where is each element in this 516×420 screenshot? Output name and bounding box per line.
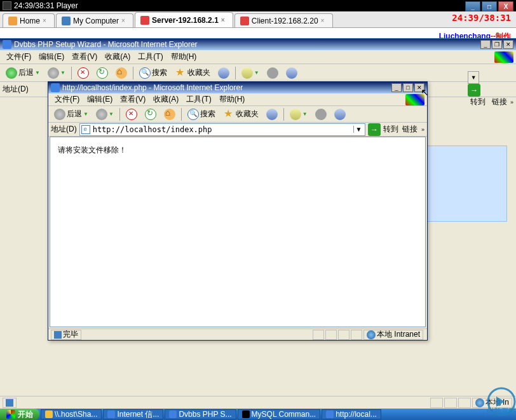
favorites-button[interactable]: 收藏夹 — [220, 107, 262, 121]
menu-edit[interactable]: 编辑(E) — [83, 93, 116, 106]
menu-tools[interactable]: 工具(T) — [182, 93, 215, 106]
minimize-button[interactable]: _ — [391, 83, 402, 92]
svg-text:创新互联: 创新互联 — [487, 407, 516, 416]
history-icon — [266, 109, 278, 120]
taskbar-item[interactable]: Internet 信... — [103, 409, 163, 419]
search-icon — [139, 67, 151, 79]
overlay-timestamp: 24:39/38:31 — [452, 13, 511, 23]
back-button[interactable]: 后退▼ — [51, 107, 92, 121]
status-segment — [458, 398, 471, 408]
refresh-icon — [145, 109, 156, 120]
player-title: 24:39/38:31 Player — [14, 1, 78, 10]
vm-tab-server[interactable]: Server-192.168.2.1 × — [135, 12, 233, 27]
stop-button[interactable] — [123, 107, 140, 121]
page-icon — [81, 125, 90, 134]
tab-close-icon[interactable]: × — [221, 17, 227, 24]
print-button[interactable] — [264, 66, 282, 80]
minimize-button[interactable]: _ — [465, 1, 480, 11]
print-icon — [267, 67, 278, 79]
history-button[interactable] — [215, 66, 233, 80]
status-done: 完毕 — [51, 330, 81, 340]
stop-button[interactable] — [74, 66, 92, 80]
ie-outer-title: Dvbbs PHP Setup Wizard - Microsoft Inter… — [14, 40, 198, 49]
address-dropdown-button[interactable]: ▼ — [468, 71, 479, 84]
chevron-right-icon: » — [421, 126, 424, 133]
history-button[interactable] — [263, 107, 281, 121]
taskbar-item-label: \\.host\Sha... — [55, 410, 97, 419]
taskbar-item-label: MySQL Comman... — [252, 410, 316, 419]
taskbar-item[interactable]: Dvbbs PHP S... — [165, 409, 236, 419]
taskbar-item[interactable]: MySQL Comman... — [238, 409, 321, 419]
taskbar-item-label: http://local... — [336, 410, 377, 419]
vm-tab-client[interactable]: Client-192.168.2.20 × — [234, 13, 333, 27]
player-window-controls: _ □ X — [465, 1, 513, 11]
ie-inner-titlebar[interactable]: http://localhost/index.php - Microsoft I… — [48, 82, 427, 93]
forward-button[interactable]: ▼ — [44, 66, 69, 80]
player-icon — [3, 1, 11, 10]
links-label[interactable]: 链接 — [491, 97, 508, 106]
taskbar-item[interactable]: \\.host\Sha... — [41, 409, 102, 419]
tab-close-icon[interactable]: × — [43, 17, 49, 24]
zone-icon — [475, 398, 484, 407]
menu-file[interactable]: 文件(F) — [51, 93, 83, 106]
menu-view[interactable]: 查看(V) — [116, 93, 149, 106]
close-button[interactable]: ✕ — [503, 40, 513, 49]
restore-button[interactable]: ❐ — [492, 40, 502, 49]
ie-icon — [3, 40, 11, 49]
address-label: 地址(D) — [3, 84, 29, 95]
vm-tab-label: Server-192.168.2.1 — [152, 16, 219, 25]
address-dropdown-button[interactable]: ▼ — [353, 126, 363, 133]
vm-tab-bar: Home × My Computer × Server-192.168.2.1 … — [0, 11, 516, 28]
address-input[interactable] — [93, 125, 353, 134]
vm-tab-home[interactable]: Home × — [3, 13, 55, 27]
menu-help[interactable]: 帮助(H) — [215, 93, 249, 106]
go-button[interactable] — [468, 84, 480, 97]
close-button[interactable]: X — [498, 1, 513, 11]
taskbar-item[interactable]: http://local... — [322, 409, 381, 419]
menu-file[interactable]: 文件(F) — [3, 50, 35, 64]
maximize-button[interactable]: □ — [482, 1, 497, 11]
menu-favorites[interactable]: 收藏(A) — [149, 93, 182, 106]
vm-tab-mycomputer[interactable]: My Computer × — [56, 13, 133, 27]
search-button[interactable]: 搜索 — [136, 66, 170, 80]
separator — [119, 108, 120, 121]
home-button[interactable] — [161, 107, 179, 121]
tab-close-icon[interactable]: × — [321, 17, 327, 24]
refresh-button[interactable] — [142, 107, 160, 121]
forward-button[interactable]: ▼ — [93, 107, 117, 121]
search-icon — [187, 109, 199, 120]
links-label[interactable]: 链接 — [401, 124, 419, 135]
tab-close-icon[interactable]: × — [121, 17, 128, 24]
mail-button[interactable]: ▼ — [287, 107, 311, 121]
taskbar-item-label: Internet 信... — [117, 409, 159, 420]
edit-button[interactable] — [283, 66, 301, 80]
chevron-down-icon: ▼ — [35, 70, 40, 76]
menu-edit[interactable]: 编辑(E) — [35, 50, 68, 64]
print-button[interactable] — [312, 107, 330, 121]
ie-inner-content: 请将安装文件移除！ — [50, 137, 426, 327]
mail-button[interactable]: ▼ — [238, 66, 262, 80]
status-segment — [430, 398, 443, 408]
search-button[interactable]: 搜索 — [184, 107, 219, 121]
go-button[interactable] — [368, 123, 381, 136]
back-icon — [54, 109, 65, 120]
maximize-button[interactable]: □ — [403, 83, 413, 92]
menu-help[interactable]: 帮助(H) — [167, 50, 201, 64]
favorites-button[interactable]: 收藏夹 — [172, 66, 214, 80]
home-button[interactable] — [112, 66, 130, 80]
menu-view[interactable]: 查看(V) — [68, 50, 101, 64]
refresh-button[interactable] — [93, 66, 111, 80]
menu-favorites[interactable]: 收藏(A) — [101, 50, 134, 64]
minimize-button[interactable]: _ — [480, 40, 491, 49]
edit-icon — [286, 67, 297, 79]
start-button[interactable]: 开始 — [0, 409, 39, 420]
address-label: 地址(D) — [51, 124, 77, 135]
back-label: 后退 — [18, 67, 34, 78]
status-segment — [313, 330, 324, 340]
ie-outer-statusbar: 本地 In — [0, 396, 516, 409]
ie-outer-toolbar: 后退▼ ▼ 搜索 收藏夹 ▼ — [0, 64, 516, 82]
back-button[interactable]: 后退▼ — [3, 66, 43, 80]
edit-button[interactable] — [331, 107, 349, 121]
page-icon — [6, 399, 13, 407]
menu-tools[interactable]: 工具(T) — [134, 50, 166, 64]
